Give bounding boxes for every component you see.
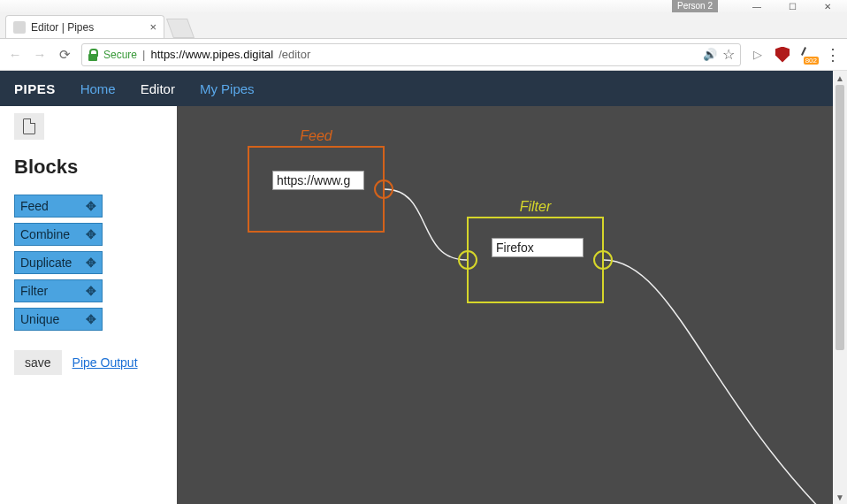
tab-favicon-icon: [13, 21, 26, 34]
file-icon: [23, 118, 35, 134]
wire-filter-to-output: [604, 260, 833, 504]
sidebar-actions: save Pipe Output: [14, 350, 163, 375]
nav-home[interactable]: Home: [80, 81, 116, 96]
wire-feed-to-filter: [385, 189, 467, 260]
bookmark-star-icon[interactable]: ☆: [722, 46, 735, 63]
url-origin: https://www.pipes.digital: [150, 48, 273, 61]
move-icon: ✥: [86, 256, 96, 270]
block-item-duplicate[interactable]: Duplicate✥: [14, 251, 103, 274]
browser-tabstrip: Editor | Pipes ×: [0, 12, 847, 39]
sidebar: Blocks Feed✥ Combine✥ Duplicate✥ Filter✥…: [0, 106, 177, 504]
profile-chip[interactable]: Person 2: [672, 0, 718, 12]
pipe-output-link[interactable]: Pipe Output: [72, 355, 138, 370]
tab-close-icon[interactable]: ×: [149, 20, 156, 34]
new-file-button[interactable]: [14, 113, 44, 140]
translate-icon[interactable]: 🔊: [703, 48, 717, 61]
browser-toolbar: ← → ⟳ Secure | https://www.pipes.digital…: [0, 39, 847, 71]
window-titlebar: Person 2 — ☐ ✕: [0, 0, 847, 12]
move-icon: ✥: [86, 227, 96, 241]
scroll-thumb[interactable]: [836, 85, 844, 350]
reload-button[interactable]: ⟳: [57, 47, 72, 63]
node-feed[interactable]: Feed: [248, 146, 385, 233]
chrome-menu-button[interactable]: ⋮: [824, 47, 840, 63]
move-icon: ✥: [86, 312, 96, 326]
move-icon: ✥: [86, 199, 96, 213]
block-item-combine[interactable]: Combine✥: [14, 223, 103, 246]
extension-icons: ▷ 802 ⋮: [750, 47, 840, 63]
page-viewport: PIPES Home Editor My Pipes Blocks Feed✥ …: [0, 71, 847, 504]
block-item-filter[interactable]: Filter✥: [14, 279, 103, 302]
block-label: Unique: [20, 312, 59, 326]
forward-button[interactable]: →: [32, 47, 48, 63]
main-split: Blocks Feed✥ Combine✥ Duplicate✥ Filter✥…: [0, 106, 833, 504]
node-feed-input[interactable]: [272, 171, 364, 190]
lock-icon: [88, 49, 98, 61]
block-label: Filter: [20, 284, 48, 298]
node-filter-input-port[interactable]: [458, 250, 477, 270]
scroll-down-arrow-icon[interactable]: ▼: [833, 490, 847, 504]
editor-canvas[interactable]: Feed Filter: [177, 106, 833, 504]
url-separator: |: [142, 48, 145, 61]
block-item-feed[interactable]: Feed✥: [14, 195, 103, 218]
window-minimize-button[interactable]: —: [739, 0, 775, 12]
tab-title: Editor | Pipes: [31, 21, 94, 34]
stylus-badge: 802: [804, 57, 819, 65]
nav-editor[interactable]: Editor: [141, 81, 175, 96]
block-palette: Feed✥ Combine✥ Duplicate✥ Filter✥ Unique…: [14, 195, 163, 331]
block-label: Combine: [20, 227, 70, 241]
address-bar[interactable]: Secure | https://www.pipes.digital/edito…: [81, 43, 741, 66]
node-feed-output-port[interactable]: [374, 179, 393, 199]
vertical-scrollbar[interactable]: ▲ ▼: [833, 71, 847, 504]
nav-mypipes[interactable]: My Pipes: [200, 81, 255, 96]
node-feed-title: Feed: [300, 128, 332, 144]
window-close-button[interactable]: ✕: [810, 0, 845, 12]
node-filter-title: Filter: [520, 199, 552, 215]
block-label: Feed: [20, 199, 49, 213]
cast-icon[interactable]: ▷: [750, 47, 766, 63]
node-filter[interactable]: Filter: [467, 217, 604, 303]
scroll-up-arrow-icon[interactable]: ▲: [833, 71, 847, 85]
block-label: Duplicate: [20, 256, 72, 270]
url-path: /editor: [279, 48, 310, 61]
brand-logo[interactable]: PIPES: [14, 81, 56, 96]
new-tab-button[interactable]: [166, 19, 195, 38]
move-icon: ✥: [86, 284, 96, 298]
app-navbar: PIPES Home Editor My Pipes: [0, 71, 847, 106]
back-button[interactable]: ←: [7, 47, 23, 63]
block-item-unique[interactable]: Unique✥: [14, 308, 103, 331]
save-button[interactable]: save: [14, 350, 62, 375]
ublock-shield-icon[interactable]: [775, 47, 790, 63]
secure-label: Secure: [103, 49, 137, 61]
stylus-icon[interactable]: 802: [799, 47, 815, 63]
window-maximize-button[interactable]: ☐: [775, 0, 810, 12]
blocks-header: Blocks: [14, 156, 163, 179]
node-filter-output-port[interactable]: [593, 250, 613, 270]
node-filter-input[interactable]: [492, 238, 584, 257]
browser-tab[interactable]: Editor | Pipes ×: [5, 15, 164, 38]
